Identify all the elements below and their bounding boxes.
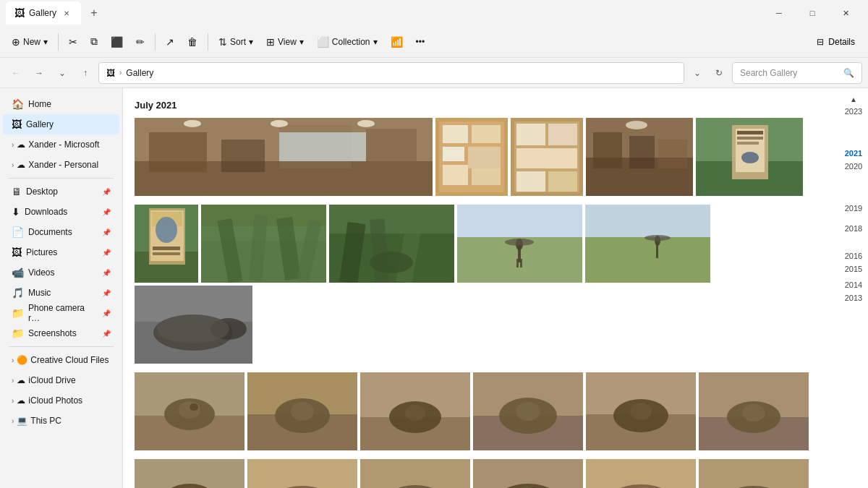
year-item-2016[interactable]: 2016: [842, 249, 865, 262]
photo-cell[interactable]: [360, 459, 470, 488]
year-item-2021[interactable]: 2021: [842, 147, 865, 160]
year-item-2013[interactable]: 2013: [842, 291, 865, 304]
new-tab-button[interactable]: +: [84, 3, 104, 23]
photo-cell[interactable]: [329, 205, 454, 283]
photo-cell[interactable]: [135, 205, 198, 283]
photo-cell[interactable]: [201, 205, 326, 283]
sidebar-icloud-photos[interactable]: › ☁ iCloud Photos: [3, 390, 119, 411]
photo-cell[interactable]: [473, 372, 583, 450]
photo-cell[interactable]: [135, 372, 244, 450]
copy-icon: ⧉: [90, 35, 98, 48]
photo-cell[interactable]: [135, 286, 252, 364]
paste-icon: ⬛: [111, 36, 123, 48]
cut-button[interactable]: ✂: [63, 30, 83, 53]
photo-cell[interactable]: [586, 459, 696, 488]
year-timeline: ▲ 2023 2021 2020 2019 2018 2016 2015 201…: [839, 88, 868, 488]
refresh-button[interactable]: ↻: [709, 63, 729, 83]
photo-cell[interactable]: [586, 372, 696, 450]
back-button[interactable]: ←: [6, 63, 26, 83]
photo-cell[interactable]: [135, 459, 244, 488]
wifi-button[interactable]: 📶: [385, 30, 409, 53]
share-button[interactable]: ↗: [160, 30, 180, 53]
details-icon: ⊟: [817, 37, 824, 47]
copy-button[interactable]: ⧉: [85, 30, 103, 53]
sidebar-item-gallery[interactable]: 🖼 Gallery: [3, 114, 119, 134]
year-item-2019[interactable]: 2019: [842, 202, 865, 215]
photo-cell[interactable]: [586, 118, 693, 196]
year-item-2018[interactable]: 2018: [842, 222, 865, 235]
sidebar-separator-1: [9, 178, 114, 179]
sidebar-item-pictures[interactable]: 🖼 Pictures 📌: [3, 242, 119, 262]
sidebar-item-phone-camera[interactable]: 📁 Phone camera r… 📌: [3, 303, 119, 323]
svg-rect-115: [360, 459, 470, 488]
photo-cell[interactable]: [699, 459, 809, 488]
sidebar-item-downloads[interactable]: ⬇ Downloads 📌: [3, 202, 119, 222]
svg-point-84: [190, 403, 198, 411]
pin-icon-8: 📌: [102, 330, 111, 338]
sidebar-separator-2: [9, 346, 114, 347]
year-item-2020[interactable]: 2020: [842, 160, 865, 173]
timeline-up-arrow[interactable]: ▲: [848, 94, 859, 105]
photo-cell[interactable]: [699, 372, 809, 450]
sidebar-item-documents[interactable]: 📄 Documents 📌: [3, 222, 119, 242]
svg-rect-22: [516, 148, 577, 168]
year-item-2015[interactable]: 2015: [842, 262, 865, 275]
photo-cell[interactable]: [585, 205, 710, 283]
collection-icon: ⬜: [317, 36, 329, 48]
sidebar-item-desktop[interactable]: 🖥 Desktop 📌: [3, 181, 119, 202]
more-button[interactable]: •••: [410, 30, 431, 53]
photo-cell[interactable]: [696, 118, 803, 196]
chevron-right-icon-4: ›: [12, 377, 14, 385]
music-icon: 🎵: [12, 287, 24, 299]
year-item-2023[interactable]: 2023: [842, 105, 865, 118]
sidebar-xander-personal[interactable]: › ☁ Xander - Personal: [3, 155, 119, 175]
svg-rect-23: [516, 171, 545, 192]
sidebar-icloud-drive[interactable]: › ☁ iCloud Drive: [3, 370, 119, 390]
minimize-button[interactable]: ─: [762, 0, 796, 26]
photo-cell[interactable]: [435, 118, 508, 196]
gallery-tab[interactable]: 🖼 Gallery ✕: [6, 1, 81, 25]
tab-close-button[interactable]: ✕: [61, 7, 72, 19]
paste-button[interactable]: ⬛: [105, 30, 129, 53]
svg-rect-27: [593, 132, 622, 168]
forward-button[interactable]: →: [29, 63, 49, 83]
sidebar-this-pc[interactable]: › 💻 This PC: [3, 411, 119, 431]
photo-cell[interactable]: [457, 205, 582, 283]
downloads-icon: ⬇: [12, 206, 20, 218]
year-item-2014[interactable]: 2014: [842, 278, 865, 291]
photo-cell[interactable]: [511, 118, 583, 196]
sidebar-item-videos[interactable]: 📹 Videos 📌: [3, 262, 119, 283]
new-button[interactable]: ⊕ New ▾: [6, 30, 54, 53]
collection-button[interactable]: ⬜ Collection ▾: [311, 30, 383, 53]
details-button[interactable]: ⊟ Details: [809, 34, 862, 50]
photo-cell[interactable]: [135, 118, 433, 196]
cloud-ms-icon: ☁: [17, 140, 25, 150]
sidebar-item-screenshots[interactable]: 📁 Screenshots 📌: [3, 323, 119, 343]
address-input[interactable]: 🖼 › Gallery: [98, 62, 684, 84]
sidebar-xander-ms[interactable]: › ☁ Xander - Microsoft: [3, 134, 119, 155]
up-button[interactable]: ↑: [75, 63, 95, 83]
svg-point-74: [644, 235, 671, 241]
sidebar-item-home[interactable]: 🏠 Home: [3, 94, 119, 114]
photo-cell[interactable]: [473, 459, 583, 488]
dropdown-button[interactable]: ⌄: [687, 63, 707, 83]
svg-point-6: [184, 120, 201, 127]
rename-button[interactable]: ✏: [130, 30, 150, 53]
maximize-button[interactable]: □: [796, 0, 829, 26]
close-button[interactable]: ✕: [829, 0, 862, 26]
search-box[interactable]: Search Gallery 🔍: [732, 62, 862, 84]
sidebar-creative-cloud[interactable]: › 🟠 Creative Cloud Files: [3, 350, 119, 370]
chevron-right-icon-6: ›: [12, 417, 14, 425]
documents-icon: 📄: [12, 226, 24, 238]
pin-icon-7: 📌: [102, 309, 111, 317]
sort-button[interactable]: ⇅ Sort ▾: [213, 30, 259, 53]
svg-rect-35: [737, 131, 763, 134]
svg-rect-46: [153, 252, 180, 255]
view-button[interactable]: ⊞ View ▾: [260, 30, 310, 53]
recent-locations-button[interactable]: ⌄: [52, 63, 72, 83]
photo-cell[interactable]: [247, 459, 357, 488]
photo-cell[interactable]: [247, 372, 357, 450]
photo-cell[interactable]: [360, 372, 470, 450]
sidebar-item-music[interactable]: 🎵 Music 📌: [3, 283, 119, 303]
delete-button[interactable]: 🗑: [182, 30, 203, 53]
